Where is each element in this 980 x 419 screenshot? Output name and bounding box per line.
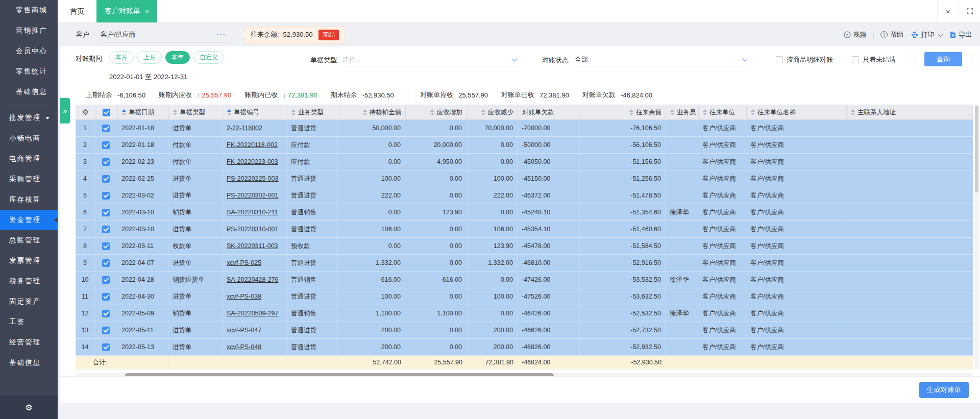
table-row[interactable]: 142022-05-13进货单xcvf-PS-048普通进货200.000.00…	[76, 339, 973, 356]
more-options-icon[interactable]: ···	[216, 31, 226, 38]
row-checkbox[interactable]	[102, 343, 110, 351]
sidebar-item-小畅电商[interactable]: 小畅电商	[0, 128, 58, 149]
column-header-partner[interactable]: 往来单位	[699, 105, 747, 119]
table-row[interactable]: 32022-02-23付款单FK-20220223-003应付款0.004,95…	[76, 154, 973, 170]
sidebar-item-营销推广[interactable]: 营销推广	[0, 20, 58, 41]
video-button[interactable]: 视频	[844, 30, 867, 39]
sidebar-item-总账管理[interactable]: 总账管理	[0, 230, 58, 251]
period-pill-本月[interactable]: 本月	[109, 51, 134, 64]
document-number-link[interactable]: xcvf-PS-047	[227, 327, 261, 334]
vertical-scrollbar[interactable]	[974, 105, 979, 369]
column-header-balance[interactable]: 往来余额	[580, 105, 666, 119]
checkbox-icon[interactable]	[776, 56, 783, 63]
row-checkbox[interactable]	[102, 175, 110, 183]
customer-select-field[interactable]: 客户/供应商 ···	[97, 28, 229, 42]
row-checkbox[interactable]	[102, 209, 110, 216]
table-row[interactable]: 132022-05-11进货单xcvf-PS-047普通进货200.000.00…	[76, 322, 973, 339]
select-all-checkbox[interactable]	[103, 109, 110, 116]
sidebar-item-库存核算[interactable]: 库存核算	[0, 189, 58, 210]
row-checkbox[interactable]	[102, 125, 110, 132]
status-select[interactable]: 全部	[574, 53, 750, 66]
table-row[interactable]: 52022-03-02进货单PS-20220302-001普通进货222.000…	[76, 187, 973, 204]
column-header-contact_addr[interactable]: 主联系人地址	[847, 105, 972, 119]
print-button[interactable]: 打印	[911, 30, 942, 39]
column-header-biz[interactable]: 业务类型	[287, 105, 338, 119]
gear-icon[interactable]: ⚙	[82, 108, 89, 117]
sidebar-item-基础信息[interactable]: 基础信息	[0, 353, 58, 373]
chevron-down-icon[interactable]	[938, 32, 943, 37]
document-number-link[interactable]: FK-20220118-002	[227, 141, 278, 149]
sidebar-item-采购管理[interactable]: 采购管理	[0, 169, 58, 189]
sidebar-item-会员中心[interactable]: 会员中心	[0, 41, 58, 61]
row-checkbox[interactable]	[102, 158, 110, 166]
document-number-link[interactable]: xcvf-PS-048	[227, 343, 261, 351]
sidebar-item-零售统计[interactable]: 零售统计	[0, 61, 58, 82]
document-number-link[interactable]: SA-20220310-211	[227, 209, 278, 216]
column-header-type[interactable]: 单据类型	[169, 105, 223, 119]
table-row[interactable]: 12022-01-18进货单2-22-118002普通进货50,000.000.…	[76, 120, 973, 137]
window-close-button[interactable]: ×	[937, 0, 959, 22]
period-pill-上月[interactable]: 上月	[137, 51, 162, 64]
period-pill-自定义[interactable]: 自定义	[193, 51, 224, 64]
document-number-link[interactable]: 2-22-118002	[227, 125, 262, 132]
document-number-link[interactable]: xcvf-PS-038	[227, 293, 261, 300]
sidebar-item-经营管理[interactable]: 经营管理	[0, 332, 58, 353]
row-checkbox[interactable]	[102, 242, 110, 250]
sidebar-item-发票管理[interactable]: 发票管理	[0, 251, 58, 271]
document-number-link[interactable]: SA-20220428-276	[227, 276, 278, 283]
table-row[interactable]: 102022-04-28销货退货单SA-20220428-276普通销售-616…	[76, 272, 973, 288]
document-number-link[interactable]: SA-20220509-297	[227, 310, 278, 317]
row-checkbox[interactable]	[102, 293, 110, 301]
period-pill-本年[interactable]: 本年	[165, 51, 190, 64]
document-number-link[interactable]: xcvf-PS-025	[227, 259, 261, 266]
sidebar-item-批发管理[interactable]: 批发管理	[0, 108, 58, 128]
table-row[interactable]: 92022-04-07进货单xcvf-PS-025普通进货1,332.000.0…	[76, 255, 973, 272]
table-row[interactable]: 72022-03-10进货单PS-20220310-001普通进货106.000…	[76, 221, 973, 238]
tab-home[interactable]: 首页	[58, 0, 96, 22]
column-header-inc[interactable]: 应收增加	[406, 105, 467, 119]
table-row[interactable]: 122022-05-09销货单SA-20220509-297普通销售1,100.…	[76, 305, 973, 322]
search-button[interactable]: 查询	[924, 52, 962, 66]
sidebar-item-基础信息[interactable]: 基础信息	[0, 82, 58, 102]
date-range[interactable]: 2022-01-01 至 2022-12-31	[109, 72, 187, 82]
checkbox-by-item-detail[interactable]: 按商品明细对账	[776, 55, 833, 64]
sidebar-item-电商管理[interactable]: 电商管理	[0, 149, 58, 169]
sidebar-settings-button[interactable]: ⚙	[0, 396, 58, 419]
column-header-pending[interactable]: 待核销金额	[338, 105, 406, 119]
sidebar-item-税务管理[interactable]: 税务管理	[0, 271, 58, 291]
help-button[interactable]: 帮助	[880, 30, 903, 39]
export-button[interactable]: 导出	[950, 30, 972, 39]
column-header-seq[interactable]: ⚙	[76, 105, 95, 119]
sidebar-item-工资[interactable]: 工资	[0, 312, 58, 332]
column-header-salesman[interactable]: 业务员	[666, 105, 699, 119]
table-row[interactable]: 82022-03-11收款单SK-20220311-003预收款0.000.00…	[76, 238, 973, 255]
panel-expander-button[interactable]: »	[60, 98, 70, 124]
column-header-no[interactable]: 单据编号	[223, 105, 287, 119]
table-row[interactable]: 112022-04-30进货单xcvf-PS-038普通进货100.000.00…	[76, 288, 973, 305]
column-header-dec[interactable]: 应收减少	[467, 105, 518, 119]
row-checkbox[interactable]	[102, 259, 110, 267]
document-number-link[interactable]: PS-20220302-001	[227, 192, 278, 199]
table-row[interactable]: 42022-02-25进货单PS-20220225-003普通进货100.000…	[76, 170, 973, 187]
row-checkbox[interactable]	[102, 141, 110, 149]
row-checkbox[interactable]	[102, 310, 110, 317]
doc-type-select[interactable]: 选择...	[341, 53, 520, 66]
column-header-partner_name[interactable]: 往来单位名称	[747, 105, 847, 119]
column-header-date[interactable]: 单据日期	[118, 105, 169, 119]
sidebar-item-零售商城[interactable]: 零售商城	[0, 0, 58, 20]
tab-close-icon[interactable]: ×	[145, 8, 149, 15]
table-row[interactable]: 62022-03-10销货单SA-20220310-211普通销售0.00123…	[76, 204, 973, 221]
tab-customer-statement[interactable]: 客户对账单 ×	[96, 0, 157, 22]
checkbox-icon[interactable]	[852, 56, 859, 63]
generate-statement-button[interactable]: 生成对账单	[919, 382, 969, 398]
table-row[interactable]: 22022-01-18付款单FK-20220118-002应付款0.0020,0…	[76, 137, 973, 154]
row-checkbox[interactable]	[102, 327, 110, 334]
sidebar-item-固定资产[interactable]: 固定资产	[0, 291, 58, 312]
row-checkbox[interactable]	[102, 276, 110, 284]
vertical-scrollbar-thumb[interactable]	[975, 106, 978, 192]
document-number-link[interactable]: SK-20220311-003	[227, 242, 278, 250]
sidebar-item-资金管理[interactable]: 资金管理	[0, 210, 58, 230]
column-header-check[interactable]	[95, 105, 118, 119]
document-number-link[interactable]: FK-20220223-003	[227, 158, 278, 165]
fullscreen-button[interactable]	[959, 0, 980, 22]
